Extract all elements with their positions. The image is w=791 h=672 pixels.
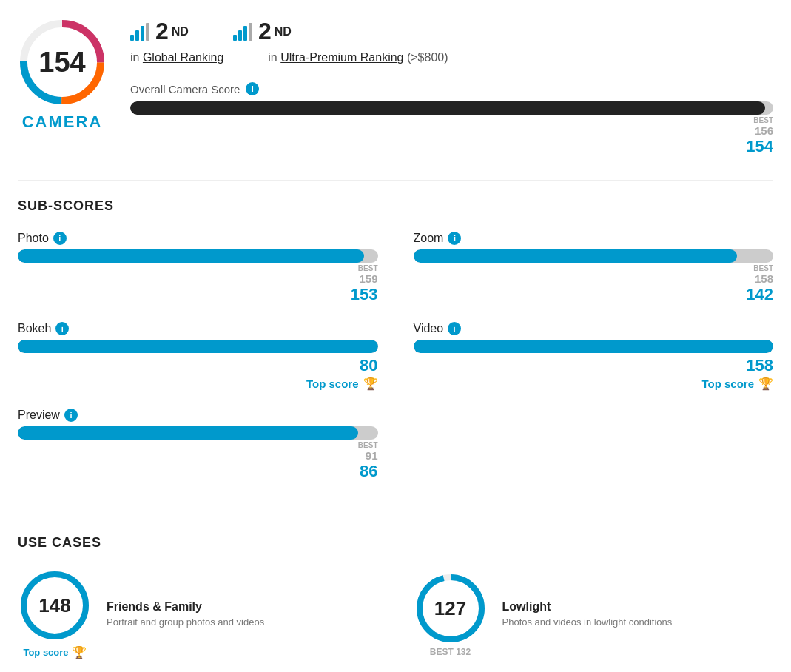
photo-current-value: 153 <box>351 285 378 303</box>
grid-spacer <box>414 409 774 499</box>
photo-best-value: 159 <box>358 272 378 285</box>
main-score-container: 154 CAMERA <box>18 18 107 132</box>
overall-best-value: 156 <box>753 124 773 137</box>
camera-label: CAMERA <box>22 112 103 132</box>
zoom-best-col: BEST 158 <box>753 264 773 285</box>
zoom-score-row: BEST 158 <box>414 264 774 285</box>
bokeh-current-value: 80 <box>360 356 377 375</box>
use-cases-grid: 148 Top score 🏆 Friends & Family Portrai… <box>18 568 773 659</box>
overall-score-values: BEST 156 <box>130 116 773 137</box>
preview-best-label: BEST <box>358 441 378 449</box>
zoom-current-row: 142 <box>414 285 774 304</box>
use-case-ff-top-score: Top score 🏆 <box>23 645 86 659</box>
sub-score-video: Video i 158 Top score 🏆 <box>414 322 774 391</box>
zoom-best-label: BEST <box>753 264 773 272</box>
overall-best-label: BEST <box>753 116 773 124</box>
video-top-score-text: Top score <box>701 377 754 390</box>
sub-score-zoom-header: Zoom i <box>414 232 774 245</box>
photo-best-label: BEST <box>358 264 378 272</box>
use-case-ff-info: Friends & Family Portrait and group phot… <box>107 600 378 628</box>
use-case-friends-family: 148 Top score 🏆 Friends & Family Portrai… <box>18 568 378 659</box>
photo-bar <box>18 249 378 263</box>
premium-rank-number: 2 <box>258 18 272 45</box>
video-current-value: 158 <box>746 356 773 375</box>
preview-best-col: BEST 91 <box>358 441 378 462</box>
use-case-ff-circle-wrap: 148 Top score 🏆 <box>18 568 92 659</box>
use-case-ll-name: Lowlight <box>502 600 774 614</box>
preview-score-row: BEST 91 <box>18 441 378 462</box>
sub-scores-divider <box>18 517 773 517</box>
premium-ranking-link[interactable]: Ultra-Premium Ranking <box>280 51 403 64</box>
bokeh-trophy-icon: 🏆 <box>363 377 378 391</box>
sub-score-preview-name: Preview <box>18 409 60 422</box>
bokeh-bar <box>18 340 378 353</box>
zoom-info-icon[interactable]: i <box>448 232 461 245</box>
bokeh-info-icon[interactable]: i <box>55 322 69 335</box>
sub-score-preview: Preview i BEST 91 86 <box>18 409 378 481</box>
sub-score-video-name: Video <box>414 322 444 335</box>
premium-rank-bars-icon <box>233 23 252 41</box>
header-divider <box>18 180 773 181</box>
preview-bar-fill <box>18 426 358 440</box>
overall-score-section: Overall Camera Score i BEST 156 154 <box>130 82 773 156</box>
photo-current-row: 153 <box>18 285 378 304</box>
preview-best-value: 91 <box>358 449 378 462</box>
sub-scores-section: SUB-SCORES Photo i BEST 159 153 <box>18 198 773 499</box>
sub-score-video-header: Video i <box>414 322 774 335</box>
use-case-ff-circle: 148 <box>18 568 92 642</box>
rankings-section: 2ND 2ND in Global Ranking in Ultra-Prem <box>130 18 773 156</box>
premium-rank-item: 2ND <box>233 18 292 45</box>
rank-row: 2ND 2ND <box>130 18 773 45</box>
preview-bar <box>18 426 378 440</box>
overall-score-bar-fill <box>130 101 765 115</box>
overall-score-bar <box>130 101 773 115</box>
sub-scores-grid: Photo i BEST 159 153 Zoom i <box>18 232 773 499</box>
overall-current-value: 154 <box>746 137 773 155</box>
overall-score-label-row: Overall Camera Score i <box>130 82 773 95</box>
use-case-ll-info: Lowlight Photos and videos in lowlight c… <box>502 600 774 628</box>
preview-current-value: 86 <box>360 462 377 480</box>
photo-bar-fill <box>18 249 364 263</box>
photo-score-row: BEST 159 <box>18 264 378 285</box>
premium-rank-label: in Ultra-Premium Ranking (>$800) <box>268 51 448 64</box>
header-section: 154 CAMERA 2ND <box>18 18 773 156</box>
use-cases-section: USE CASES 148 Top score 🏆 Friends & Fami… <box>18 535 773 659</box>
video-top-score-row: Top score 🏆 <box>414 377 774 391</box>
bokeh-score-row: 80 <box>18 356 378 375</box>
use-case-lowlight: 127 BEST 132 Lowlight Photos and videos … <box>414 568 774 659</box>
global-rank-ordinal: ND <box>172 25 189 38</box>
preview-info-icon[interactable]: i <box>64 409 78 422</box>
bokeh-top-score-row: Top score 🏆 <box>18 377 378 391</box>
sub-score-zoom: Zoom i BEST 158 142 <box>414 232 774 304</box>
global-rank-number: 2 <box>155 18 169 45</box>
sub-score-zoom-name: Zoom <box>414 232 444 245</box>
video-score-row: 158 <box>414 356 774 375</box>
use-case-ll-best: BEST 132 <box>430 647 471 657</box>
sub-score-preview-header: Preview i <box>18 409 378 422</box>
preview-current-row: 86 <box>18 462 378 481</box>
video-info-icon[interactable]: i <box>448 322 461 335</box>
zoom-bar-fill <box>414 249 737 263</box>
use-case-ff-desc: Portrait and group photos and videos <box>107 616 378 628</box>
use-case-ff-top-text: Top score <box>23 647 68 658</box>
main-score-circle: 154 <box>18 18 107 107</box>
sub-score-bokeh-header: Bokeh i <box>18 322 378 335</box>
overall-current-value-row: 154 <box>130 137 773 156</box>
sub-score-photo: Photo i BEST 159 153 <box>18 232 378 304</box>
global-rank-label: in Global Ranking <box>130 51 223 64</box>
rank-bars-icon <box>130 23 149 41</box>
photo-info-icon[interactable]: i <box>53 232 67 245</box>
bokeh-top-score-text: Top score <box>306 377 359 390</box>
global-rank-item: 2ND <box>130 18 189 45</box>
use-case-ff-trophy: 🏆 <box>72 645 87 659</box>
global-ranking-link[interactable]: Global Ranking <box>143 51 223 64</box>
overall-score-info-icon[interactable]: i <box>246 82 259 95</box>
overall-score-label: Overall Camera Score <box>130 83 240 95</box>
zoom-bar <box>414 249 774 263</box>
sub-score-photo-name: Photo <box>18 232 49 245</box>
use-case-ll-desc: Photos and videos in lowlight conditions <box>502 616 774 628</box>
premium-rank-ordinal: ND <box>275 25 292 38</box>
photo-best-col: BEST 159 <box>358 264 378 285</box>
use-case-ff-name: Friends & Family <box>107 600 378 614</box>
use-case-ll-circle: 127 <box>414 571 488 645</box>
